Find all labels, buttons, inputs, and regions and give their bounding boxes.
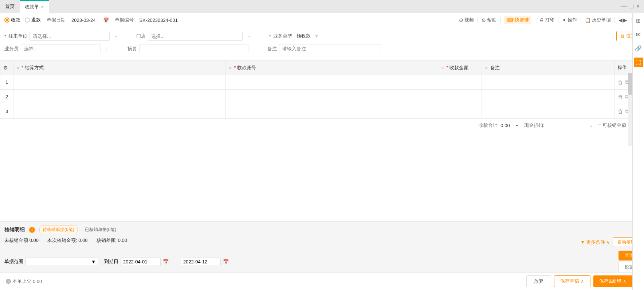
salesperson-input[interactable] — [21, 44, 101, 53]
row2-remarks[interactable] — [482, 90, 615, 104]
result-label: = 可核销金额 — [598, 122, 626, 129]
footer-actions: 放弃 保存草稿 ∧ 保存&新增 ∧ — [526, 275, 632, 287]
restore-icon[interactable]: □ — [630, 3, 633, 10]
shortcut-btn[interactable]: ⌨ 快捷键 — [504, 16, 531, 24]
operate-btn[interactable]: ✦ 操作 — [562, 17, 577, 23]
abandon-button[interactable]: 放弃 — [526, 275, 551, 287]
right-sidebar: ⊞ ✉ 🔗 ⛶ — [632, 13, 644, 290]
sidebar-table-icon[interactable]: ⊞ — [634, 16, 643, 26]
counterpart-required: * — [4, 34, 6, 39]
scrollbar-thumb[interactable] — [628, 73, 632, 95]
window-controls: — □ × — [621, 3, 644, 10]
number-label: 单据编号 — [115, 17, 134, 23]
btype-required: * — [269, 34, 271, 39]
receipt-label: 收款 — [11, 17, 20, 23]
date-end-input[interactable] — [181, 258, 221, 266]
sidebar-email-icon[interactable]: ✉ — [634, 30, 643, 39]
table-gear-icon[interactable]: ⚙ — [3, 65, 8, 71]
row1-amount[interactable] — [438, 75, 482, 90]
save-new-button[interactable]: 保存&新增 ∧ — [593, 275, 632, 287]
date-start-input[interactable] — [121, 258, 161, 266]
range-select[interactable]: ▼ — [25, 258, 98, 266]
btype-value: 预收款 — [297, 33, 311, 39]
row1-remarks[interactable] — [482, 75, 615, 90]
row-num-3: 3 — [0, 104, 13, 119]
total-label: 收款合计 — [479, 122, 498, 129]
table-row: 1 🗑 ⧉ — [0, 75, 644, 90]
summary-field: 摘要 — [127, 44, 248, 53]
toolbar-actions: ⊙ 视频 ⊙ 帮助 ⌨ 快捷键 🖨 打印 ✦ 操作 — [459, 16, 640, 24]
history-btn[interactable]: 📋 历史单据 — [585, 17, 611, 23]
discount-input[interactable] — [547, 122, 584, 128]
video-icon: ⊙ — [459, 17, 463, 23]
row-num-1: 1 — [0, 75, 13, 90]
verify-info-icon[interactable]: i — [29, 227, 35, 233]
receipt-radio-dot — [4, 17, 9, 23]
row3-amount[interactable] — [438, 104, 482, 119]
tab-current-label: 收款单 — [25, 4, 39, 10]
row2-delete-icon[interactable]: 🗑 — [618, 94, 623, 100]
summary-label: 摘要 — [127, 46, 137, 52]
refund-label: 退款 — [31, 17, 41, 23]
help-btn[interactable]: ⊙ 帮助 — [482, 17, 496, 23]
pending-tab[interactable]: 待核销单据(0笔) — [39, 225, 78, 234]
row2-amount[interactable] — [438, 90, 482, 104]
tab-home[interactable]: 首页 — [0, 0, 20, 13]
amount-header: ⇅ * 收款金额 — [438, 60, 482, 75]
minimize-icon[interactable]: — — [621, 3, 627, 10]
keyboard-icon: ⌨ — [506, 17, 514, 23]
store-field: 门店 ··· — [136, 32, 250, 41]
receipt-radio[interactable]: 收款 — [4, 17, 20, 23]
top-toolbar: 收款 退款 单据日期 2023-03-24 📅 单据编号 SK-20230324… — [0, 13, 644, 27]
diff-stat: 核销差额: 0.00 — [97, 237, 127, 247]
row3-delete-icon[interactable]: 🗑 — [618, 109, 623, 114]
counterpart-field: * 往来单位 ··· — [4, 32, 117, 41]
tab-current[interactable]: 收款单 × — [20, 0, 49, 13]
next-arrow[interactable]: ▶ — [623, 17, 627, 23]
counterpart-more-icon[interactable]: ··· — [113, 34, 117, 39]
date-value[interactable]: 2023-03-24 — [71, 17, 96, 23]
remarks-input[interactable] — [279, 44, 381, 53]
bill-info-icon[interactable]: i — [6, 279, 11, 284]
row1-payment[interactable] — [13, 75, 226, 90]
row2-payment[interactable] — [13, 90, 226, 104]
btype-dropdown-icon[interactable]: ▼ — [314, 34, 319, 39]
remarks-header: ⇅ 备注 — [482, 60, 615, 75]
gear-header[interactable]: ⚙ — [0, 60, 13, 75]
row3-account[interactable] — [226, 104, 438, 119]
calendar-icon[interactable]: 📅 — [103, 17, 109, 23]
store-input[interactable] — [148, 32, 243, 41]
tab-close-icon[interactable]: × — [41, 4, 44, 9]
video-btn[interactable]: ⊙ 视频 — [459, 17, 474, 23]
sidebar-link-icon[interactable]: 🔗 — [634, 44, 643, 53]
summary-input[interactable] — [139, 44, 248, 53]
counterpart-input[interactable] — [30, 32, 110, 41]
row2-account[interactable] — [226, 90, 438, 104]
salesperson-more-icon[interactable]: ··· — [105, 46, 109, 51]
more-conditions-btn[interactable]: ▼ 更多条件 ∧ — [580, 239, 610, 246]
calendar-start-icon[interactable]: 📅 — [163, 259, 169, 264]
row1-account[interactable] — [226, 75, 438, 90]
row3-payment[interactable] — [13, 104, 226, 119]
row3-remarks[interactable] — [482, 104, 615, 119]
save-draft-button[interactable]: 保存草稿 ∧ — [554, 275, 590, 287]
store-more-icon[interactable]: ··· — [246, 34, 250, 39]
refund-radio[interactable]: 退款 — [25, 17, 41, 23]
close-icon[interactable]: × — [636, 3, 640, 10]
row1-delete-icon[interactable]: 🗑 — [618, 79, 623, 85]
total-value: 0.00 — [500, 123, 510, 128]
save-draft-label: 保存草稿 — [560, 278, 579, 285]
footer-info: i 本单上欠 0.00 — [6, 278, 42, 285]
prev-arrow[interactable]: ◀ — [619, 17, 623, 23]
save-draft-arrow: ∧ — [581, 279, 584, 284]
tab-home-label: 首页 — [5, 3, 15, 10]
done-tab[interactable]: 已核销单据(0笔) — [82, 226, 119, 234]
number-value: SK-20230324-001 — [140, 17, 178, 23]
chevron-up-icon: ∧ — [606, 239, 610, 245]
calendar-end-icon[interactable]: 📅 — [223, 259, 229, 264]
range-dropdown-icon: ▼ — [91, 259, 96, 264]
sidebar-frame-icon[interactable]: ⛶ — [634, 58, 643, 67]
print-btn[interactable]: 🖨 打印 — [539, 17, 554, 23]
remarks-label: 备注 — [267, 46, 277, 52]
nav-arrows: ◀ ▶ — [619, 17, 627, 23]
